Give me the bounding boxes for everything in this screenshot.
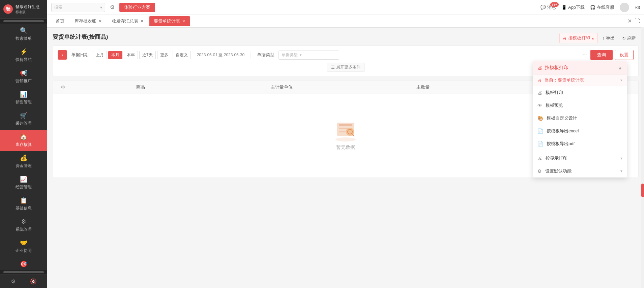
export-excel-item[interactable]: 📄 按模板导出excel: [533, 125, 627, 137]
target-icon: 🎯: [20, 260, 27, 268]
tab-batch-close[interactable]: ✕: [98, 19, 102, 24]
right-scrollbar[interactable]: [641, 27, 644, 288]
cart-icon: 🛒: [20, 112, 27, 119]
sidebar-item-label: 基础信息: [16, 205, 32, 211]
set-default-item[interactable]: ⚙ 设置默认功能 ▾: [533, 165, 627, 178]
sidebar-item-purchase[interactable]: 🛒 采购管理: [0, 108, 47, 130]
sidebar-item-sales[interactable]: 📊 销售管理: [0, 87, 47, 108]
settings-bottom-icon[interactable]: ⚙: [11, 278, 16, 285]
print-dropdown-header: 🖨 按模板打印 ▲: [533, 61, 627, 74]
app-download-btn[interactable]: 📱 App下载: [561, 4, 585, 10]
sidebar-item-label: 企业协同: [16, 248, 32, 254]
tab-collection[interactable]: 收发存汇总表 ✕: [108, 16, 148, 26]
export-label: 导出: [606, 35, 615, 41]
table-col-settings[interactable]: ⚙: [56, 85, 70, 90]
template-design-label: 模板自定义设计: [547, 115, 622, 121]
scrollbar-top: [3, 20, 44, 22]
megaphone-icon: 📢: [20, 69, 27, 77]
tab-batch[interactable]: 库存批次账 ✕: [70, 16, 106, 26]
print-template-print-item[interactable]: 🖨 模板打印: [533, 86, 627, 99]
query-button[interactable]: 查询: [590, 50, 613, 60]
more-dots-btn[interactable]: ···: [581, 51, 588, 59]
display-print-arrow: ▾: [620, 156, 622, 161]
display-print-item[interactable]: 🖨 按显示打印 ▾: [533, 152, 627, 165]
app-download-label: App下载: [568, 4, 585, 10]
service-icon: 🎧: [590, 5, 595, 10]
trial-button[interactable]: 体验行业方案: [119, 3, 155, 12]
search-icon: 🔍: [20, 27, 27, 34]
filter-expand-btn[interactable]: ›: [58, 50, 67, 60]
print-dropdown-close-icon[interactable]: ▲: [618, 65, 622, 70]
tab-home[interactable]: 首页: [51, 16, 69, 26]
excel-icon: 📄: [537, 128, 543, 134]
filter-divider: [251, 52, 251, 58]
table-col-quantity: 主数量: [352, 84, 494, 90]
print-dropdown-title-text: 按模板打印: [545, 65, 568, 71]
user-avatar[interactable]: [620, 3, 629, 12]
date-btn-more[interactable]: 更多: [157, 51, 171, 59]
sidebar-item-label: 资金管理: [16, 163, 32, 169]
expand-conditions-btn[interactable]: ☰ 展开更多条件: [327, 63, 365, 72]
sidebar-bottom: ⚙ 🔇: [0, 275, 47, 288]
topbar-gear-icon[interactable]: ⚙: [110, 4, 115, 10]
export-icon: ↑: [603, 36, 605, 41]
sidebar-item-finance[interactable]: 💰 资金管理: [0, 151, 47, 172]
handshake-icon: 🤝: [20, 239, 27, 247]
export-excel-label: 按模板导出excel: [547, 128, 622, 134]
top-actions: 🖨 按模板打印 ▲ ↑ 导出 ↻ 刷新: [559, 33, 639, 43]
export-btn[interactable]: ↑ 导出: [600, 33, 618, 43]
set-default-arrow: ▾: [620, 169, 622, 173]
print-template-btn[interactable]: 🖨 按模板打印 ▲: [559, 33, 598, 43]
tabs-right-actions: ✕ ⛶: [627, 18, 640, 24]
tab-order-stat[interactable]: 要货单统计表 ✕: [149, 16, 190, 26]
tab-collection-close[interactable]: ✕: [140, 19, 144, 24]
tab-expand-icon[interactable]: ⛶: [635, 18, 640, 24]
print-current-label: 当前：要货单统计表: [545, 77, 584, 83]
notification-badge: 99+: [550, 2, 559, 7]
sidebar-item-label: 经营管理: [16, 184, 32, 190]
notification-btn[interactable]: 💬 消息 99+: [540, 4, 556, 10]
svg-rect-2: [339, 124, 352, 126]
sidebar-item-label: 库存核算: [16, 142, 32, 148]
order-type-label: 单据类型: [257, 52, 274, 58]
date-btn-last-month[interactable]: 上月: [93, 51, 107, 59]
mute-icon[interactable]: 🔇: [30, 278, 37, 285]
sidebar-logo: 畅 畅康通好生意 标准版: [0, 0, 47, 19]
topbar-search-box[interactable]: 搜索 ▾: [51, 3, 105, 12]
order-type-select[interactable]: 单据类型 ▾: [279, 51, 339, 60]
sidebar-item-system[interactable]: ⚙ 系统管理: [0, 215, 47, 236]
app-name: 畅康通好生意: [16, 4, 40, 10]
sidebar-item-basic[interactable]: 📋 基础信息: [0, 193, 47, 215]
date-btn-this-year[interactable]: 本年: [124, 51, 138, 59]
sidebar-item-operation[interactable]: 📈 经营管理: [0, 172, 47, 193]
refresh-btn[interactable]: ↻ 刷新: [619, 33, 639, 43]
sidebar-item-label: 采购管理: [16, 121, 32, 126]
sidebar-item-search[interactable]: 🔍 搜索菜单: [0, 24, 47, 45]
sidebar-item-inventory[interactable]: 🏠 库存核算: [0, 130, 47, 151]
template-preview-label: 模板预览: [546, 102, 622, 108]
date-btn-this-month[interactable]: 本月: [108, 51, 122, 59]
sidebar-item-cooperation[interactable]: 🤝 企业协同: [0, 236, 47, 257]
online-service-btn[interactable]: 🎧 在线客服: [590, 4, 614, 10]
default-gear-icon: ⚙: [537, 168, 542, 174]
date-range-display: 2023-06-01 至 2023-06-30: [197, 52, 244, 58]
date-btn-7days[interactable]: 近7天: [139, 51, 156, 59]
print-dropdown-title-area: 🖨 按模板打印: [537, 65, 568, 71]
page-title: 要货单统计表(按商品): [53, 33, 639, 41]
sidebar-item-marketing[interactable]: 📢 营销推广: [0, 66, 47, 87]
settings-button[interactable]: 设置: [615, 50, 634, 60]
money-icon: 💰: [20, 154, 27, 162]
sidebar-item-label: 系统管理: [16, 227, 32, 232]
date-btn-custom[interactable]: 自定义: [173, 51, 191, 59]
refresh-icon: ↻: [622, 36, 626, 41]
tab-order-stat-close[interactable]: ✕: [182, 19, 185, 24]
sidebar-item-shortcut[interactable]: ⚡ 快捷导航: [0, 45, 47, 66]
tab-close-all-icon[interactable]: ✕: [627, 18, 632, 24]
template-design-icon: 🎨: [537, 116, 543, 121]
sidebar-item-guide[interactable]: 🎯 新手引导: [0, 257, 47, 270]
print-dropdown: 🖨 按模板打印 ▲ 🖨 当前：要货单统计表 ▾ 🖨 模板打印 👁 模板预览: [533, 61, 627, 178]
print-template-design-item[interactable]: 🎨 模板自定义设计: [533, 112, 627, 125]
print-template-preview-item[interactable]: 👁 模板预览: [533, 99, 627, 112]
tab-home-label: 首页: [56, 18, 64, 24]
export-pdf-item[interactable]: 📄 按模板导出pdf: [533, 137, 627, 150]
